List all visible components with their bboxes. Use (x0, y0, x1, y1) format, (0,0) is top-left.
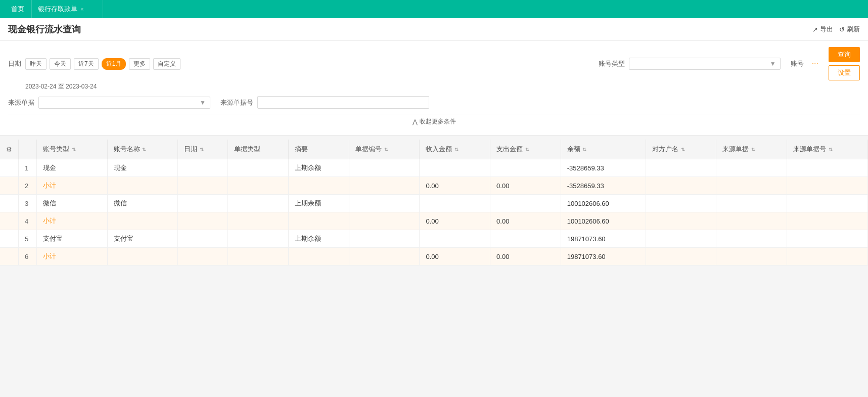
date-btn-昨天[interactable]: 昨天 (25, 58, 47, 70)
cell-summary: 上期余额 (289, 195, 349, 212)
page-title: 现金银行流水查询 (8, 23, 81, 35)
cell-account_name (107, 212, 178, 230)
cell-gear (0, 159, 19, 177)
date-btn-更多[interactable]: 更多 (129, 58, 150, 70)
filter-row-2: 来源单据 ▼ 来源单据号 (8, 96, 860, 109)
source-doc-num-input[interactable] (257, 96, 429, 109)
col-date[interactable]: 日期 ⇅ (178, 140, 228, 159)
col-source_doc_no[interactable]: 来源单据号 ⇅ (787, 140, 868, 159)
cell-account_name (107, 177, 178, 195)
cell-doc_no (349, 195, 420, 212)
page-header: 现金银行流水查询 ↗ 导出 ↺ 刷新 (0, 18, 868, 41)
table-row: 1现金现金上期余额-3528659.33 (0, 159, 868, 177)
date-filter-group: 日期 昨天今天近7天近1月更多自定义 (8, 58, 180, 70)
cell-expense: 0.00 (490, 248, 561, 266)
cell-account_type: 小计 (37, 212, 108, 230)
sort-icon-doc_no: ⇅ (383, 147, 388, 152)
date-btn-近1月[interactable]: 近1月 (102, 58, 126, 70)
source-doc-chevron: ▼ (200, 99, 206, 106)
date-btn-自定义[interactable]: 自定义 (153, 58, 180, 70)
col-summary: 摘要 (289, 140, 349, 159)
settings-button[interactable]: 设置 (829, 65, 860, 80)
col-account_name[interactable]: 账号名称 ⇅ (107, 140, 178, 159)
refresh-icon: ↺ (839, 26, 845, 33)
cell-income (420, 195, 490, 212)
table-header: ⚙账号类型 ⇅账号名称 ⇅日期 ⇅单据类型摘要单据编号 ⇅收入金额 ⇅支出金额 … (0, 140, 868, 159)
cell-account_type: 现金 (37, 159, 108, 177)
cell-summary (289, 177, 349, 195)
col-expense[interactable]: 支出金额 ⇅ (490, 140, 561, 159)
cell-source_doc_no (787, 195, 868, 212)
col-balance[interactable]: 余额 ⇅ (561, 140, 646, 159)
cell-row_num: 4 (19, 212, 37, 230)
cell-balance: 100102606.60 (561, 195, 646, 212)
filter-area: 日期 昨天今天近7天近1月更多自定义 账号类型 ▼ 账号 ··· 查询 设置 2… (0, 41, 868, 136)
source-doc-label: 来源单据 (8, 98, 34, 107)
col-gear: ⚙ (0, 140, 19, 159)
cell-account_name (107, 248, 178, 266)
cell-income: 0.00 (420, 212, 490, 230)
account-dots[interactable]: ··· (812, 59, 818, 68)
date-btn-近7天[interactable]: 近7天 (74, 58, 99, 70)
export-button[interactable]: ↗ 导出 (812, 25, 833, 34)
cell-counterpart (646, 195, 716, 212)
cell-date (178, 177, 228, 195)
nav-home[interactable]: 首页 (4, 0, 32, 18)
right-action-buttons: 查询 设置 (829, 47, 860, 80)
col-account_type[interactable]: 账号类型 ⇅ (37, 140, 108, 159)
sort-icon-expense: ⇅ (524, 147, 529, 152)
account-type-select[interactable]: ▼ (629, 58, 781, 70)
cell-account_name: 微信 (107, 195, 178, 212)
cell-income (420, 230, 490, 248)
table-row: 2小计0.000.00-3528659.33 (0, 177, 868, 195)
cell-date (178, 248, 228, 266)
cell-balance: 100102606.60 (561, 212, 646, 230)
cell-balance: 19871073.60 (561, 230, 646, 248)
collapse-button[interactable]: ⋀ 收起更多条件 (8, 114, 860, 129)
query-button[interactable]: 查询 (829, 47, 860, 62)
sort-icon-source_doc_no: ⇅ (827, 147, 833, 152)
cell-income: 0.00 (420, 177, 490, 195)
cell-counterpart (646, 177, 716, 195)
cell-counterpart (646, 212, 716, 230)
source-doc-num-label: 来源单据号 (220, 98, 253, 107)
cell-doc_type (228, 230, 289, 248)
col-counterpart[interactable]: 对方户名 ⇅ (646, 140, 716, 159)
source-doc-group: 来源单据 ▼ (8, 97, 210, 109)
cell-expense: 0.00 (490, 212, 561, 230)
cell-doc_type (228, 248, 289, 266)
collapse-icon: ⋀ (413, 118, 418, 125)
sort-icon-account_type: ⇅ (70, 147, 76, 152)
col-source_doc[interactable]: 来源单据 ⇅ (716, 140, 787, 159)
cell-gear (0, 230, 19, 248)
close-tab-icon[interactable]: × (80, 6, 83, 12)
filter-row-1: 日期 昨天今天近7天近1月更多自定义 账号类型 ▼ 账号 ··· 查询 设置 (8, 47, 860, 80)
account-type-label: 账号类型 (599, 59, 625, 68)
cell-gear (0, 248, 19, 266)
sort-icon-balance: ⇅ (581, 147, 587, 152)
cell-balance: 19871073.60 (561, 248, 646, 266)
cell-date (178, 159, 228, 177)
col-income[interactable]: 收入金额 ⇅ (420, 140, 490, 159)
source-doc-select[interactable]: ▼ (38, 97, 210, 109)
cell-doc_type (228, 159, 289, 177)
cell-doc_type (228, 195, 289, 212)
data-table: ⚙账号类型 ⇅账号名称 ⇅日期 ⇅单据类型摘要单据编号 ⇅收入金额 ⇅支出金额 … (0, 140, 868, 266)
table-row: 6小计0.000.0019871073.60 (0, 248, 868, 266)
account-type-chevron: ▼ (770, 60, 776, 67)
date-btn-今天[interactable]: 今天 (50, 58, 71, 70)
cell-summary: 上期余额 (289, 159, 349, 177)
refresh-button[interactable]: ↺ 刷新 (839, 25, 860, 34)
date-label: 日期 (8, 59, 21, 68)
col-doc_no[interactable]: 单据编号 ⇅ (349, 140, 420, 159)
nav-tab-银行存取款单[interactable]: 银行存取款单× (32, 0, 103, 18)
cell-gear (0, 212, 19, 230)
sort-icon-source_doc: ⇅ (750, 147, 755, 152)
table-row: 5支付宝支付宝上期余额19871073.60 (0, 230, 868, 248)
account-group: 账号 ··· (791, 59, 818, 68)
cell-date (178, 195, 228, 212)
col-row_num (19, 140, 37, 159)
cell-account_name: 支付宝 (107, 230, 178, 248)
sort-icon-date: ⇅ (198, 147, 204, 152)
cell-account_type: 小计 (37, 248, 108, 266)
